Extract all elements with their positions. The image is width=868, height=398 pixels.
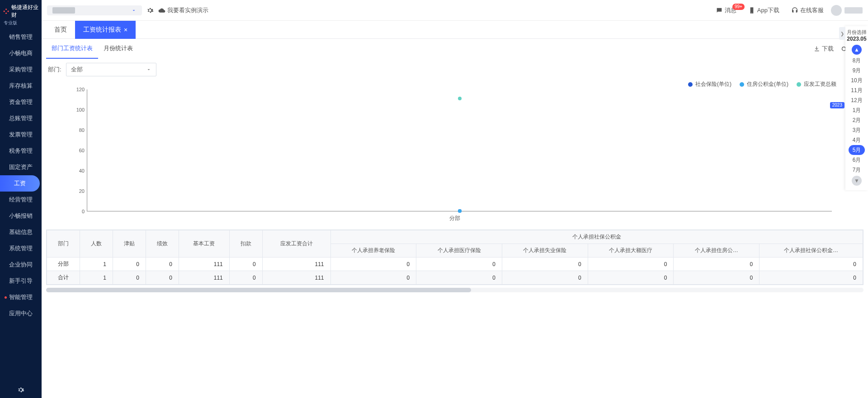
month-item[interactable]: 11月 [845,85,868,95]
settings-button[interactable] [146,7,154,14]
sidebar-item-12[interactable]: 基础信息 [0,224,42,240]
department-select[interactable]: 全部 [66,63,156,76]
month-item[interactable]: 5月 [849,145,865,155]
sidebar-item-label: 资金管理 [9,98,33,106]
table-cell: 0 [588,271,674,285]
legend-label: 社会保险(单位) [695,80,731,88]
table-header: 个人承担失业保险 [502,244,588,258]
sidebar-item-label: 智能管理 [9,293,33,301]
table-cell: 0 [416,271,502,285]
sidebar-item-14[interactable]: 企业协同 [0,257,42,273]
chevron-down-icon [131,8,137,13]
table-cell: 0 [674,258,760,271]
table-cell: 0 [760,258,863,271]
chart-ytick: 40 [73,168,85,173]
table-header: 部门 [47,230,80,258]
month-scroll-down[interactable]: ▼ [852,176,862,186]
user-menu[interactable] [831,5,863,16]
sidebar-item-4[interactable]: 资金管理 [0,94,42,110]
month-item[interactable]: 2月 [845,115,868,125]
table-header: 扣款 [229,230,262,258]
sidebar-item-label: 发票管理 [9,131,33,139]
table-cell: 111 [179,258,229,271]
table-header: 个人承担医疗保险 [416,244,502,258]
sidebar-item-8[interactable]: 固定资产 [0,159,42,175]
chart-ytick: 0 [73,209,85,214]
app-download-button[interactable]: App下载 [748,6,779,14]
sidebar-settings[interactable] [0,382,42,398]
table-cell: 0 [502,258,588,271]
sidebar-item-10[interactable]: 经营管理 [0,192,42,208]
month-year-tag: 2023 [830,102,844,108]
legend-item[interactable]: 应发工资总额 [797,80,836,88]
sidebar-item-5[interactable]: 总账管理 [0,110,42,126]
messages-button[interactable]: 消息 99+ [716,6,736,14]
content: 部门工资统计表月份统计表 下载 刷新 [42,39,868,398]
table-cell: 合计 [47,271,80,285]
sidebar-item-15[interactable]: 新手引导 [0,273,42,289]
sidebar-item-16[interactable]: 智能管理 [0,289,42,305]
table-wrap: 部门人数津贴绩效基本工资扣款应发工资合计个人承担社保公积金个人承担养老保险个人承… [46,229,863,285]
sidebar-item-11[interactable]: 小畅报销 [0,208,42,224]
main: 我要看实例演示 消息 99+ App下载 [42,0,868,398]
sidebar-item-9[interactable]: 工资 [0,175,40,192]
horizontal-scrollbar[interactable] [46,288,863,292]
subtab-1[interactable]: 月份统计表 [98,39,138,59]
demo-link[interactable]: 我要看实例演示 [158,6,208,14]
table-header: 个人承担社保公积金… [760,244,863,258]
sidebar-item-7[interactable]: 税务管理 [0,143,42,159]
sidebar-item-label: 销售管理 [9,33,33,41]
sidebar-item-3[interactable]: 库存核算 [0,78,42,94]
subtab-0[interactable]: 部门工资统计表 [46,39,98,59]
month-item[interactable]: 4月 [845,135,868,145]
legend-item[interactable]: 住房公积金(单位) [740,80,788,88]
month-item[interactable]: 7月 [845,165,868,175]
scrollbar-thumb[interactable] [46,288,471,292]
month-item[interactable]: 9月 [845,66,868,75]
month-item[interactable]: 1月 [845,105,868,115]
table-cell: 0 [502,271,588,285]
salary-table: 部门人数津贴绩效基本工资扣款应发工资合计个人承担社保公积金个人承担养老保险个人承… [47,230,863,285]
sidebar-item-label: 小畅报销 [9,212,33,220]
month-scroll-up[interactable]: ▲ [852,45,862,55]
org-selector[interactable] [47,5,142,15]
month-item[interactable]: 6月 [845,155,868,165]
close-icon[interactable]: × [124,27,127,33]
app-download-label: App下载 [757,6,779,14]
sidebar-item-label: 采购管理 [9,66,33,74]
chart: 社会保险(单位)住房公积金(单位)应发工资总额 分部 0204060801001… [46,80,863,225]
chart-ytick: 100 [73,107,85,112]
month-panel-title: 月份选择 [847,29,867,36]
month-item[interactable]: 10月 [845,75,868,85]
online-service-button[interactable]: 在线客服 [791,6,824,14]
download-button[interactable]: 下载 [814,45,834,53]
chart-point [458,209,462,213]
legend-label: 住房公积金(单位) [747,80,788,88]
month-panel-collapse[interactable]: ❯ [839,27,845,40]
tab-1[interactable]: 工资统计报表× [75,21,136,39]
chart-grid [87,89,832,211]
month-item[interactable]: 8月 [845,56,868,66]
tab-label: 工资统计报表 [83,26,121,34]
sidebar-item-0[interactable]: 销售管理 [0,29,42,45]
sidebar-item-2[interactable]: 采购管理 [0,61,42,78]
table-cell: 0 [588,258,674,271]
org-name-placeholder [52,7,75,14]
sidebar-item-13[interactable]: 系统管理 [0,240,42,257]
month-item[interactable]: 3月 [845,125,868,135]
table-cell: 111 [179,271,229,285]
topbar: 我要看实例演示 消息 99+ App下载 [42,0,868,21]
cloud-icon [158,7,165,14]
table-header: 绩效 [146,230,179,258]
messages-badge: 99+ [732,4,745,10]
sidebar-item-17[interactable]: 应用中心 [0,305,42,322]
tab-0[interactable]: 首页 [46,21,75,39]
sidebar-item-1[interactable]: 小畅电商 [0,45,42,61]
online-service-label: 在线客服 [800,6,824,14]
month-item[interactable]: 12月 [845,95,868,105]
sidebar-item-6[interactable]: 发票管理 [0,126,42,143]
tabstrip: 首页工资统计报表× [42,21,868,39]
filter-label: 部门: [48,66,61,74]
sidebar-item-label: 基础信息 [9,228,33,236]
legend-item[interactable]: 社会保险(单位) [688,80,731,88]
